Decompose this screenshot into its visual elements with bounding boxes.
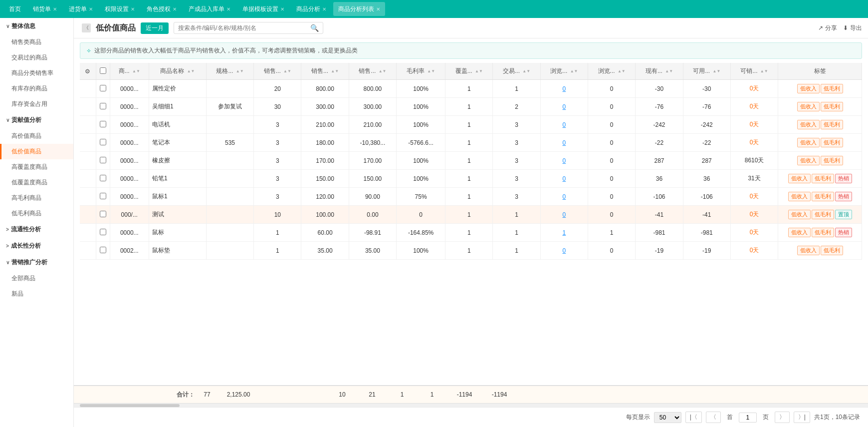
row-checkbox-cell[interactable] [96, 152, 110, 170]
nav-role-auth[interactable]: 角色授权 ✕ [142, 2, 182, 16]
row-checkbox-cell[interactable] [96, 134, 110, 152]
first-page-button[interactable]: |〈 [685, 412, 702, 423]
search-input[interactable] [178, 24, 307, 31]
collapse-sidebar-button[interactable]: 《 [82, 23, 91, 32]
nav-product-analysis-list[interactable]: 商品分析列表 ✕ [333, 2, 385, 16]
close-icon[interactable]: ✕ [280, 6, 284, 12]
sidebar-section-circulation[interactable]: > 流通性分析 [0, 221, 73, 238]
next-page-button[interactable]: 〉 [775, 412, 790, 423]
row-saleable: 0天 [730, 98, 778, 116]
row-settings [80, 152, 96, 170]
row-checkbox[interactable] [100, 85, 106, 91]
row-checkbox-cell[interactable] [96, 170, 110, 188]
views-link[interactable]: 0 [563, 211, 566, 218]
views-link[interactable]: 0 [563, 121, 566, 128]
row-checkbox[interactable] [100, 211, 106, 217]
last-page-button[interactable]: 〉| [794, 412, 810, 423]
nav-product-analysis[interactable]: 商品分析 ✕ [291, 2, 331, 16]
sidebar-item-all-products[interactable]: 全部商品 [0, 271, 73, 286]
sort-icon[interactable]: ▲▼ [379, 69, 387, 73]
nav-finished-goods[interactable]: 产成品入库单 ✕ [184, 2, 235, 16]
sort-icon[interactable]: ▲▼ [331, 69, 339, 73]
sort-icon[interactable]: ▲▼ [665, 69, 673, 73]
close-icon[interactable]: ✕ [131, 6, 135, 12]
close-icon[interactable]: ✕ [173, 6, 177, 12]
nav-home[interactable]: 首页 [4, 2, 26, 16]
sort-icon[interactable]: ▲▼ [427, 69, 435, 73]
share-button[interactable]: ↗ 分享 [818, 24, 837, 32]
row-checkbox[interactable] [100, 247, 106, 253]
sidebar-item-high-value[interactable]: 高价值商品 [0, 128, 73, 144]
sidebar-item-in-stock[interactable]: 有库存的商品 [0, 81, 73, 96]
row-checkbox-cell[interactable] [96, 116, 110, 134]
sidebar-item-category-sales-rate[interactable]: 商品分类销售率 [0, 65, 73, 81]
sort-icon[interactable]: ▲▼ [760, 69, 768, 73]
prev-page-button[interactable]: 〈 [706, 412, 721, 423]
row-checkbox-cell[interactable] [96, 206, 110, 224]
sidebar-item-low-margin[interactable]: 低毛利商品 [0, 206, 73, 221]
row-checkbox[interactable] [100, 139, 106, 145]
sort-icon[interactable]: ▲▼ [283, 69, 291, 73]
sidebar-section-growth[interactable]: > 成长性分析 [0, 238, 73, 254]
sidebar-item-stock-capital[interactable]: 库存资金占用 [0, 96, 73, 112]
nav-purchase[interactable]: 进货单 ✕ [64, 2, 98, 16]
row-checkbox-cell[interactable] [96, 98, 110, 116]
row-checkbox[interactable] [100, 121, 106, 127]
nav-sales[interactable]: 销货单 ✕ [28, 2, 62, 16]
views-link[interactable]: 0 [563, 175, 566, 182]
column-settings[interactable]: ⚙ [80, 63, 96, 80]
sidebar-item-sales-products[interactable]: 销售类商品 [0, 34, 73, 50]
row-spec [206, 116, 253, 134]
column-checkbox[interactable] [96, 63, 110, 80]
sort-icon[interactable]: ▲▼ [132, 69, 140, 73]
row-checkbox[interactable] [100, 175, 106, 181]
sidebar-item-high-coverage[interactable]: 高覆盖度商品 [0, 159, 73, 175]
sort-icon[interactable]: ▲▼ [570, 69, 578, 73]
row-checkbox-cell[interactable] [96, 224, 110, 242]
close-icon[interactable]: ✕ [226, 6, 230, 12]
nav-permissions[interactable]: 权限设置 ✕ [100, 2, 140, 16]
row-checkbox[interactable] [100, 193, 106, 199]
period-button[interactable]: 近一月 [141, 22, 169, 34]
sidebar-item-low-value[interactable]: 低价值商品 [0, 144, 73, 159]
sort-icon[interactable]: ▲▼ [522, 69, 530, 73]
sidebar-section-contribution[interactable]: ∨ 贡献值分析 [0, 112, 73, 128]
views-link[interactable]: 0 [563, 193, 566, 200]
views-link[interactable]: 0 [563, 247, 566, 254]
sidebar-section-marketing[interactable]: ∨ 营销推广分析 [0, 254, 73, 271]
export-button[interactable]: ⬇ 导出 [843, 24, 862, 32]
sidebar-item-low-coverage[interactable]: 低覆盖度商品 [0, 175, 73, 190]
page-number-input[interactable] [739, 413, 757, 423]
close-icon[interactable]: ✕ [322, 6, 326, 12]
sort-icon[interactable]: ▲▼ [236, 69, 244, 73]
sidebar-item-traded-products[interactable]: 交易过的商品 [0, 50, 73, 65]
select-all-checkbox[interactable] [100, 67, 106, 74]
row-checkbox[interactable] [100, 157, 106, 163]
row-checkbox-cell[interactable] [96, 242, 110, 260]
views-link[interactable]: 1 [563, 229, 566, 236]
views-link[interactable]: 0 [563, 139, 566, 146]
views-link[interactable]: 0 [563, 103, 566, 110]
close-icon[interactable]: ✕ [89, 6, 93, 12]
nav-template-settings[interactable]: 单据模板设置 ✕ [237, 2, 289, 16]
views-link[interactable]: 0 [563, 157, 566, 164]
row-checkbox-cell[interactable] [96, 188, 110, 206]
sort-icon[interactable]: ▲▼ [618, 69, 626, 73]
sidebar-item-high-margin[interactable]: 高毛利商品 [0, 190, 73, 206]
row-checkbox[interactable] [100, 229, 106, 235]
close-icon[interactable]: ✕ [53, 6, 57, 12]
row-checkbox-cell[interactable] [96, 80, 110, 98]
sort-icon[interactable]: ▲▼ [713, 69, 721, 73]
close-icon[interactable]: ✕ [376, 6, 380, 12]
sidebar-section-overall[interactable]: ∨ 整体信息 [0, 18, 73, 34]
horizontal-scrollbar[interactable] [74, 403, 868, 407]
sort-icon[interactable]: ▲▼ [475, 69, 483, 73]
search-icon[interactable]: 🔍 [310, 24, 319, 32]
sort-icon[interactable]: ▲▼ [187, 69, 195, 73]
row-sales-qty: 3 [254, 170, 301, 188]
tag-badge: 低毛利 [812, 174, 834, 183]
sidebar-item-new-products[interactable]: 新品 [0, 286, 73, 302]
row-checkbox[interactable] [100, 103, 106, 109]
views-link[interactable]: 0 [563, 85, 566, 92]
per-page-select[interactable]: 50100200 [654, 412, 681, 423]
